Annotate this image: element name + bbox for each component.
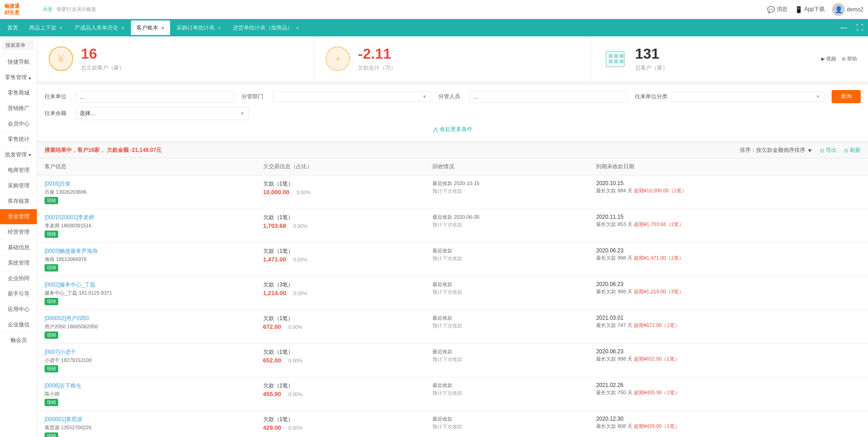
filter-balance-value: 选择... (80, 110, 95, 117)
sidebar-item-inventory[interactable]: 库存核算 (0, 194, 37, 209)
customer-name-link-3[interactable]: [0002]服务中心_丁磊 (45, 281, 249, 289)
overdue-link-1[interactable]: 超期¥1,703.68（1笔） (634, 221, 684, 227)
debt-amount-2[interactable]: 1,471.00 (263, 256, 286, 263)
customer-name-link-7[interactable]: [000001]黄思源 (45, 416, 249, 423)
tab-customer-account-close[interactable]: ✕ (161, 25, 165, 30)
refresh-icon: ⊙ (844, 147, 848, 154)
sidebar-item-retail-store[interactable]: 零售商城 (0, 85, 37, 101)
overdue-link-6[interactable]: 超期¥455.90（1笔） (634, 390, 680, 395)
chevron-down-sort-icon: ▼ (807, 147, 813, 154)
customer-tag-3: 现销 (45, 298, 58, 305)
view-video-label: 视频 (826, 55, 836, 62)
refresh-btn[interactable]: ⊙ 刷新 (844, 146, 861, 154)
app-download-btn[interactable]: 📱 App下载 (795, 5, 825, 13)
return-latest-1: 最近收款 2020-06-30 (432, 214, 582, 221)
cell-return-7: 最近收款 预计下次收款 (425, 411, 589, 437)
result-summary: 搜索结果中，客户16家 (45, 147, 100, 153)
sidebar-item-operations[interactable]: 经营管理 (0, 225, 37, 240)
sidebar-item-enterprise-wechat[interactable]: 企业微信 (0, 317, 37, 333)
sidebar-item-batch-mgmt[interactable]: 批发管理 ▼ (0, 147, 37, 163)
sidebar-item-enterprise-coop[interactable]: 企业协同 (0, 271, 37, 286)
tab-purchase-order[interactable]: 采购订单统计表 ✕ (171, 20, 226, 35)
tab-customer-account[interactable]: 客户账本 ✕ (131, 20, 170, 35)
tab-product-history-close[interactable]: ✕ (121, 25, 125, 30)
customer-name-link-0[interactable]: [0016]吕俊 (45, 180, 249, 188)
filter-input-manager[interactable]: ... (469, 91, 628, 103)
cell-return-3: 最近收款 预计下次收款 (425, 276, 589, 310)
customer-name-link-2[interactable]: [0003]畅捷服务尹海燕 (45, 247, 249, 255)
overdue-link-5[interactable]: 超期¥652.00（1笔） (634, 356, 680, 362)
overdue-days-5: 最长欠款 998 天 超期¥652.00（1笔） (596, 356, 861, 362)
filter-select-unit-category[interactable]: ▼ (671, 91, 824, 102)
overdue-days-2: 最长欠款 998 天 超期¥1,471.00（1笔） (596, 255, 861, 261)
debt-count-7: 欠款（1笔） (263, 416, 418, 423)
sidebar-item-vip-member[interactable]: 畅会员 (0, 333, 37, 348)
stats-row: ¥ 16 总欠款客户（家） ✦ -2.11 欠款合计（ (37, 36, 868, 81)
table-row: [0006]去下粮仓 陈小帅 现销 欠款（1笔） 455.90 0.00% 最近… (37, 377, 868, 411)
tab-home[interactable]: 首页 (2, 24, 24, 32)
tab-minimize-btn[interactable]: — (837, 23, 850, 33)
overdue-link-2[interactable]: 超期¥1,471.00（1笔） (634, 255, 684, 261)
tab-purchase-order-close[interactable]: ✕ (217, 25, 221, 30)
tab-product-shelf[interactable]: 商品上下架 ✕ (24, 20, 68, 35)
filter-select-balance[interactable]: 选择... ▼ (75, 107, 249, 120)
sidebar-item-purchase-mgmt[interactable]: 采购管理 (0, 178, 37, 194)
export-icon: ⊙ (820, 147, 824, 154)
message-btn[interactable]: 💬 消息 (767, 5, 788, 13)
customer-name-link-1[interactable]: [0001020001]李老师 (45, 214, 249, 221)
debt-amount-5[interactable]: 652.00 (263, 357, 281, 364)
sidebar-item-quick-nav[interactable]: 快捷导航 (0, 55, 37, 70)
tab-maximize-btn[interactable]: ⛶ (853, 23, 866, 33)
debt-amount-1[interactable]: 1,703.68 (263, 222, 286, 229)
debt-count-6: 欠款（1笔） (263, 382, 418, 390)
sidebar-item-marketing[interactable]: 营销推广 (0, 101, 37, 116)
tab-bar-end: — ⛶ (837, 23, 866, 33)
tab-import-stats-close[interactable]: ✕ (296, 25, 299, 30)
debt-amount-7[interactable]: 429.00 (263, 424, 281, 431)
tab-import-stats[interactable]: 进货单统计表（按商品） ✕ (227, 20, 305, 35)
sidebar-item-ecommerce[interactable]: 电商管理 (0, 163, 37, 178)
message-icon: 💬 (767, 6, 775, 13)
overdue-link-4[interactable]: 超期¥672.00（1笔） (634, 322, 680, 328)
collapse-filter-btn[interactable]: ⋀ 收起更多条件 (45, 124, 861, 135)
overdue-link-3[interactable]: 超期¥1,214.00（3笔） (634, 289, 684, 294)
return-latest-0: 最近收款 2020-10-15 (432, 180, 582, 187)
customer-name-link-6[interactable]: [0006]去下粮仓 (45, 382, 249, 390)
sidebar-item-basic-info[interactable]: 基础信息 (0, 240, 37, 256)
sidebar-item-app-center[interactable]: 应用中心 (0, 302, 37, 317)
help-btn[interactable]: ⊘ 帮助 (842, 55, 857, 62)
sidebar-item-system-mgmt[interactable]: 系统管理 (0, 256, 37, 271)
debt-amount-3[interactable]: 1,214.00 (263, 290, 286, 296)
search-button[interactable]: 查询 (832, 90, 861, 103)
svg-text:¥: ¥ (57, 52, 64, 65)
return-latest-6: 最近收款 (432, 382, 582, 389)
overdue-link-0[interactable]: 超期¥10,000.00（1笔） (634, 188, 687, 193)
debt-amount-0[interactable]: 10,000.00 (263, 189, 290, 196)
customer-tag-5: 现销 (45, 365, 58, 372)
debt-amount-6[interactable]: 455.90 (263, 391, 281, 397)
filter-select-dept[interactable]: ▼ (272, 91, 431, 102)
customer-name-link-4[interactable]: [000002]用户2050 (45, 315, 249, 322)
overdue-link-7[interactable]: 超期¥429.00（1笔） (634, 423, 680, 429)
export-btn[interactable]: ⊙ 导出 (820, 146, 837, 154)
tab-product-history[interactable]: 产成品入库单历史 ✕ (69, 20, 130, 35)
customer-name-link-5[interactable]: [0007]小进干 (45, 348, 249, 356)
debt-amount-4[interactable]: 672.00 (263, 323, 281, 330)
sidebar-item-new-guide[interactable]: 新手引导 (0, 286, 37, 302)
filter-input-from-unit[interactable]: ... (75, 91, 234, 103)
tab-product-shelf-close[interactable]: ✕ (59, 25, 63, 30)
sidebar-search-btn[interactable]: 搜索菜单 (3, 40, 34, 50)
view-video-btn[interactable]: ▶ 视频 (821, 55, 836, 62)
filter-row-2: 往来余额 选择... ▼ (45, 107, 861, 120)
app-subtitle[interactable]: 示意 (43, 6, 53, 13)
user-area[interactable]: 👤 demo2 (832, 3, 863, 16)
sidebar-item-member-center[interactable]: 会员中心 (0, 116, 37, 132)
sidebar-item-retail-mgmt[interactable]: 零售管理 ▲ (0, 70, 37, 85)
debt-ratio-3: 0.00% (293, 291, 307, 296)
filter-item-unit-category: 往来单位分类 ▼ (635, 91, 824, 102)
sort-selector[interactable]: 排序：按欠款金额倒序排序 ▼ (740, 146, 813, 154)
sidebar-item-retail-stats[interactable]: 零售统计 (0, 132, 37, 147)
cell-debt-1: 欠款（1笔） 1,703.68 0.00% (256, 209, 426, 243)
overdue-days-7: 最长欠款 808 天 超期¥429.00（1笔） (596, 423, 861, 430)
sidebar-item-finance[interactable]: 资金管理 (0, 209, 37, 225)
